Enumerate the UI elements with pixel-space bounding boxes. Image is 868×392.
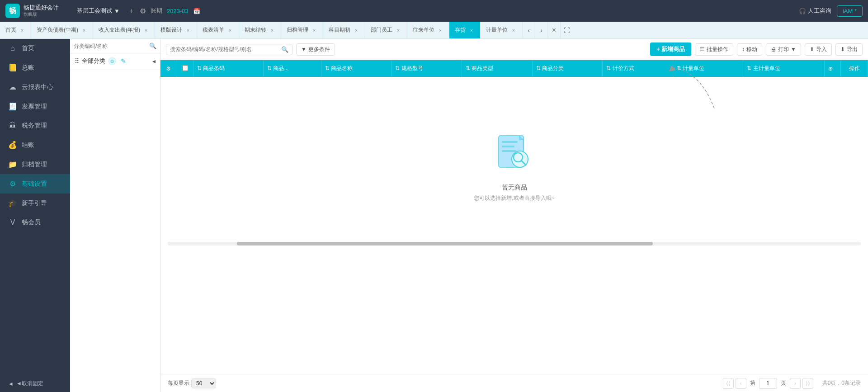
sidebar-item-archive[interactable]: 📁 归档管理 (0, 155, 70, 174)
move-button[interactable]: ↕ 移动 (737, 43, 762, 56)
table-header-row: ⚙ ⇅ 商品条码 ⇅ 商品... (160, 60, 868, 77)
table-col-barcode[interactable]: ⇅ 商品条码 (193, 60, 264, 77)
tab-home[interactable]: 首页 × (0, 22, 31, 39)
top-header: 畅 畅捷通好会计 旗舰版 基层工会测试 ▼ ＋ ⚙ 账期 2023-03 📅 🎧… (0, 0, 868, 22)
tab-bar: 首页 × 资产负债表(中期) × 收入支出表(年报) × 模版设计 × 税表清单… (0, 22, 868, 39)
tab-balance[interactable]: 资产负债表(中期) × (31, 22, 93, 39)
settings-icon[interactable]: ⚙ (140, 7, 146, 15)
sidebar-item-closing[interactable]: 💰 结账 (0, 135, 70, 155)
tab-period-end[interactable]: 期末结转 × (239, 22, 281, 39)
col-name-label: ⇅ 商品名称 (325, 65, 353, 71)
table-col-extra[interactable]: ⊕ (825, 60, 841, 77)
col-barcode-label: ⇅ 商品条码 (197, 65, 225, 71)
calendar-icon[interactable]: 📅 (193, 8, 200, 14)
sidebar-label-newbie: 新手引导 (22, 199, 47, 208)
category-search-input[interactable] (74, 43, 147, 49)
table-col-main-unit[interactable]: ⇅ 主计量单位 (743, 60, 825, 77)
export-label: 导出 (847, 46, 858, 53)
tab-income-label: 收入支出表(年报) (99, 26, 140, 34)
svg-marker-0 (669, 66, 676, 71)
sidebar-item-invoice[interactable]: 🧾 发票管理 (0, 97, 70, 116)
batch-button[interactable]: ☰ 批量操作 (695, 43, 733, 56)
export-button[interactable]: ⬇ 导出 (835, 43, 863, 56)
tab-subject-close[interactable]: × (353, 27, 359, 33)
tab-inventory[interactable]: 存货 × (449, 22, 481, 39)
right-panel: 🔍 ▼ 更多条件 + 新增商品 ☰ 批量操作 ↕ 移动 (160, 39, 868, 392)
company-selector[interactable]: 基层工会测试 ▼ (73, 5, 123, 17)
tab-partner[interactable]: 往来单位 × (407, 22, 449, 39)
product-search-input[interactable] (170, 46, 279, 52)
tab-archive[interactable]: 归档管理 × (281, 22, 323, 39)
col-category-label: ⇅ 商品分类 (536, 65, 564, 71)
sidebar-unpin-button[interactable]: ◄ ◄取消固定 (0, 375, 70, 392)
left-panel: 🔍 ⠿ 全部分类 ⊙ ✎ ◂ (70, 39, 160, 392)
help-button[interactable]: 🎧 人工咨询 (799, 7, 831, 15)
tab-next-button[interactable]: › (535, 22, 548, 39)
collapse-panel-icon[interactable]: ◂ (152, 57, 156, 65)
grid-icon: ⠿ (75, 57, 79, 65)
tab-department-close[interactable]: × (395, 27, 401, 33)
batch-label: 批量操作 (707, 46, 728, 53)
last-page-button[interactable]: ⟩⟩ (802, 378, 813, 389)
tab-home-close[interactable]: × (19, 27, 25, 33)
filter-button[interactable]: ▼ 更多条件 (296, 43, 335, 56)
table-col-type[interactable]: ⇅ 商品类型 (462, 60, 533, 77)
category-search-icon[interactable]: 🔍 (149, 43, 156, 49)
add-product-button[interactable]: + 新增商品 (650, 43, 691, 56)
tab-subject[interactable]: 科目期初 × (323, 22, 365, 39)
add-icon[interactable]: ＋ (128, 6, 135, 16)
horizontal-scrollbar[interactable] (160, 238, 868, 249)
import-button[interactable]: ⬆ 导入 (805, 43, 832, 56)
tab-taxclear[interactable]: 税表清单 × (197, 22, 239, 39)
table-col-spec[interactable]: ⇅ 规格型号 (392, 60, 462, 77)
tab-prev-button[interactable]: ‹ (523, 22, 535, 39)
sidebar-item-basic[interactable]: ⚙ 基础设置 (0, 174, 70, 194)
tab-archive-label: 归档管理 (287, 26, 308, 34)
select-all-checkbox[interactable] (182, 65, 188, 71)
period-value[interactable]: 2023-03 (167, 8, 189, 14)
table-col-settings[interactable]: ⚙ (160, 60, 177, 77)
table-col-code[interactable]: ⇅ 商品... (264, 60, 321, 77)
tab-template[interactable]: 模版设计 × (155, 22, 197, 39)
sidebar-item-reports[interactable]: ☁ 云报表中心 (0, 77, 70, 97)
tab-archive-close[interactable]: × (311, 27, 317, 33)
product-search-icon[interactable]: 🔍 (281, 46, 288, 53)
page-label: 第 (750, 379, 755, 387)
app-name: 畅捷通好会计 (24, 4, 59, 11)
account-button[interactable]: iAM * (837, 5, 863, 17)
table-col-category[interactable]: ⇅ 商品分类 (532, 60, 603, 77)
tab-template-close[interactable]: × (185, 27, 191, 33)
tab-balance-close[interactable]: × (81, 27, 87, 33)
tab-maximize-button[interactable]: ⛶ (561, 22, 573, 39)
tab-unit-close[interactable]: × (510, 27, 517, 33)
next-page-button[interactable]: › (790, 378, 801, 389)
print-button[interactable]: 🖨 打印 ▼ (766, 43, 801, 56)
tab-inventory-close[interactable]: × (468, 27, 475, 33)
tab-taxclear-close[interactable]: × (227, 27, 233, 33)
prev-page-button[interactable]: ‹ (736, 378, 746, 389)
edit-category-icon[interactable]: ✎ (121, 57, 126, 65)
table-col-checkbox[interactable] (177, 60, 193, 77)
import-label: 导入 (816, 46, 827, 53)
app-edition: 旗舰版 (24, 11, 59, 18)
col-main-unit-label: ⇅ 主计量单位 (747, 65, 780, 71)
table-col-name[interactable]: ⇅ 商品名称 (321, 60, 392, 77)
sidebar-item-ledger[interactable]: 📒 总账 (0, 58, 70, 77)
per-page-select[interactable]: 10 20 50 100 (191, 378, 216, 388)
sidebar-item-member[interactable]: V 畅会员 (0, 213, 70, 232)
sidebar-item-tax[interactable]: 🏛 税务管理 (0, 116, 70, 135)
tab-unit[interactable]: 计量单位 × (481, 22, 523, 39)
tab-close-all-button[interactable]: × (548, 22, 561, 39)
page-number-input[interactable] (759, 378, 777, 389)
tab-income-close[interactable]: × (143, 27, 149, 33)
tab-period-end-close[interactable]: × (269, 27, 275, 33)
first-page-button[interactable]: ⟨⟨ (723, 378, 734, 389)
account-label: iAM * (843, 8, 857, 14)
sidebar-item-home[interactable]: ⌂ 首页 (0, 39, 70, 58)
product-table: ⚙ ⇅ 商品条码 ⇅ 商品... (160, 60, 868, 77)
sidebar-label-invoice: 发票管理 (22, 103, 47, 111)
tab-department[interactable]: 部门员工 × (365, 22, 407, 39)
tab-partner-close[interactable]: × (437, 27, 443, 33)
sidebar-item-newbie[interactable]: 🎓 新手引导 (0, 194, 70, 213)
tab-income[interactable]: 收入支出表(年报) × (93, 22, 155, 39)
